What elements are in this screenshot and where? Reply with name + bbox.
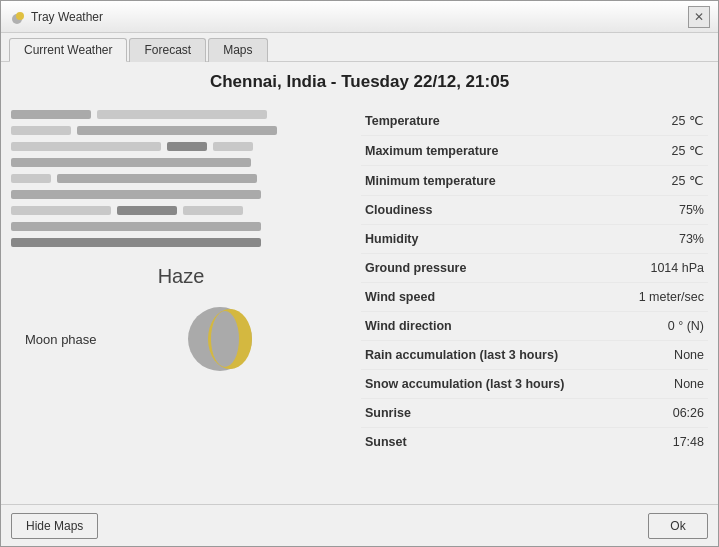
weather-row-label: Sunrise [365, 406, 411, 420]
title-bar-left: Tray Weather [9, 9, 103, 25]
close-button[interactable]: ✕ [688, 6, 710, 28]
weather-row: Snow accumulation (last 3 hours)None [361, 370, 708, 399]
weather-row-value: 06:26 [673, 406, 704, 420]
weather-row-value: 1 meter/sec [639, 290, 704, 304]
weather-row-label: Wind direction [365, 319, 452, 333]
weather-row-value: 25 ℃ [672, 173, 704, 188]
weather-row-label: Sunset [365, 435, 407, 449]
weather-row: Minimum temperature25 ℃ [361, 166, 708, 196]
main-window: Tray Weather ✕ Current Weather Forecast … [0, 0, 719, 547]
weather-row-label: Ground pressure [365, 261, 466, 275]
weather-row-value: 1014 hPa [650, 261, 704, 275]
weather-row: Maximum temperature25 ℃ [361, 136, 708, 166]
weather-row-value: 25 ℃ [672, 143, 704, 158]
weather-row-label: Wind speed [365, 290, 435, 304]
moon-row: Moon phase [11, 304, 351, 374]
footer-bar: Hide Maps Ok [1, 504, 718, 546]
weather-row-label: Minimum temperature [365, 174, 496, 188]
moon-icon [185, 304, 255, 374]
hide-maps-button[interactable]: Hide Maps [11, 513, 98, 539]
svg-point-1 [16, 12, 24, 20]
weather-row-value: None [674, 377, 704, 391]
weather-row: Wind direction0 ° (N) [361, 312, 708, 341]
weather-row-value: 0 ° (N) [668, 319, 704, 333]
weather-row-label: Humidity [365, 232, 418, 246]
weather-row-value: 73% [679, 232, 704, 246]
weather-row: Cloudiness75% [361, 196, 708, 225]
app-icon [9, 9, 25, 25]
weather-row: Wind speed1 meter/sec [361, 283, 708, 312]
weather-map-placeholder [11, 106, 351, 251]
weather-row-label: Snow accumulation (last 3 hours) [365, 377, 564, 391]
ok-button[interactable]: Ok [648, 513, 708, 539]
left-panel: Haze Moon phase [11, 106, 351, 488]
weather-row: Humidity73% [361, 225, 708, 254]
weather-row: Sunrise06:26 [361, 399, 708, 428]
weather-row-value: None [674, 348, 704, 362]
location-title: Chennai, India - Tuesday 22/12, 21:05 [11, 72, 708, 92]
weather-row: Rain accumulation (last 3 hours)None [361, 341, 708, 370]
tab-maps[interactable]: Maps [208, 38, 267, 62]
tabs-bar: Current Weather Forecast Maps [1, 33, 718, 62]
svg-point-4 [211, 311, 239, 367]
weather-row-value: 75% [679, 203, 704, 217]
weather-row-label: Temperature [365, 114, 440, 128]
weather-row-value: 17:48 [673, 435, 704, 449]
weather-row-label: Cloudiness [365, 203, 432, 217]
content-area: Chennai, India - Tuesday 22/12, 21:05 [1, 62, 718, 504]
right-panel: Temperature25 ℃Maximum temperature25 ℃Mi… [361, 106, 708, 488]
condition-label: Haze [11, 265, 351, 288]
moon-label: Moon phase [25, 332, 125, 347]
main-body: Haze Moon phase Temperature25 ℃Maximum t… [11, 106, 708, 488]
weather-row: Sunset17:48 [361, 428, 708, 456]
weather-row: Temperature25 ℃ [361, 106, 708, 136]
tab-current-weather[interactable]: Current Weather [9, 38, 127, 62]
title-bar: Tray Weather ✕ [1, 1, 718, 33]
window-title: Tray Weather [31, 10, 103, 24]
weather-row-label: Maximum temperature [365, 144, 498, 158]
weather-row-value: 25 ℃ [672, 113, 704, 128]
weather-row: Ground pressure1014 hPa [361, 254, 708, 283]
tab-forecast[interactable]: Forecast [129, 38, 206, 62]
weather-row-label: Rain accumulation (last 3 hours) [365, 348, 558, 362]
